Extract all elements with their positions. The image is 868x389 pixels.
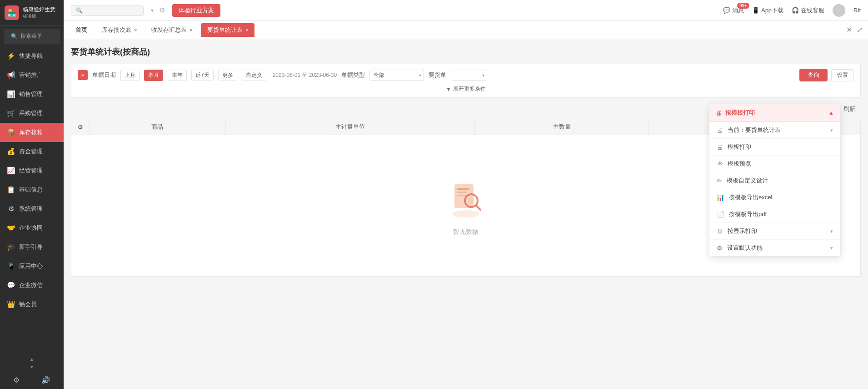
query-button[interactable]: 查询 — [799, 69, 828, 81]
sidebar-item-inventory[interactable]: 📦 库存核算 — [0, 123, 64, 142]
nav-label: 经营管理 — [19, 167, 43, 175]
guide-icon: 🎓 — [6, 242, 15, 252]
page-title: 要货单统计表(按商品) — [71, 46, 861, 57]
date-range-display: 2023-06-01 至 2023-06-30 — [273, 71, 337, 79]
sidebar-item-quick-nav[interactable]: ⚡ 快捷导航 — [0, 46, 64, 66]
user-avatar[interactable] — [833, 4, 845, 17]
tab-label: 库存批次账 — [102, 26, 131, 34]
topbar-search-icon: 🔍 — [76, 7, 83, 14]
topbar-chevron-icon[interactable]: ▾ — [151, 7, 154, 14]
sidebar-item-wechat[interactable]: 💬 企业微信 — [0, 276, 64, 295]
expand-collapse-icon[interactable]: » — [78, 70, 88, 80]
set-default-label: 设置默认功能 — [727, 244, 763, 252]
sidebar-item-app-center[interactable]: 📱 应用中心 — [0, 257, 64, 276]
tab-close-icon[interactable]: × — [134, 27, 137, 33]
display-print-item[interactable]: 🖥 按显示打印 ▾ — [709, 223, 840, 240]
table-settings-header[interactable]: ⚙ — [71, 119, 90, 135]
tab-label: 要货单统计表 — [207, 26, 243, 34]
message-btn[interactable]: 💬 消息 99+ — [723, 6, 744, 15]
nav-label: 企业微信 — [19, 281, 43, 289]
business-icon: 📈 — [6, 166, 15, 175]
goods-select[interactable] — [451, 70, 487, 81]
set-default-sub: 设置默认功能 ▾ — [727, 244, 833, 252]
sidebar-scroll-up[interactable]: ▲ — [28, 356, 36, 362]
window-close-icon[interactable]: ✕ — [846, 25, 852, 34]
template-export-excel-item[interactable]: 📊 按模板导出excel — [709, 189, 840, 206]
app-edition: 标准版 — [23, 13, 55, 20]
date-btn-7days[interactable]: 近7天 — [191, 70, 214, 81]
date-btn-custom[interactable]: 自定义 — [242, 70, 266, 81]
online-service-label: 在线客服 — [801, 6, 824, 15]
sidebar-item-business[interactable]: 📈 经营管理 — [0, 161, 64, 180]
template-preview-icon: 👁 — [717, 160, 723, 167]
sidebar-item-guide[interactable]: 🎓 新手引导 — [0, 237, 64, 257]
template-export-pdf-item[interactable]: 📄 按模板导出pdf — [709, 206, 840, 223]
tab-inventory-batch[interactable]: 库存批次账 × — [95, 23, 143, 37]
template-preview-item[interactable]: 👁 模板预览 — [709, 156, 840, 172]
date-btn-more[interactable]: 更多 — [218, 70, 237, 81]
message-icon: 💬 — [723, 7, 730, 14]
sidebar-item-member[interactable]: 👑 畅会员 — [0, 295, 64, 314]
dropdown-header[interactable]: 🖨 按模板打印 ▲ — [709, 104, 840, 122]
app-name: 畅康通好生意 — [23, 6, 55, 14]
date-btn-this-month[interactable]: 本月 — [144, 70, 163, 81]
settings-icon[interactable]: ⚙ — [13, 376, 20, 384]
svg-rect-3 — [457, 192, 467, 193]
sidebar-item-enterprise[interactable]: 🤝 企业协同 — [0, 218, 64, 237]
empty-text: 暂无数据 — [453, 228, 479, 236]
display-print-label: 按显示打印 — [728, 227, 757, 235]
nav-label: 快捷导航 — [19, 52, 43, 60]
template-print-label: 模板打印 — [728, 143, 751, 151]
display-print-sub: 按显示打印 ▾ — [728, 227, 833, 235]
sidebar-item-purchase[interactable]: 🛒 采购管理 — [0, 104, 64, 123]
sidebar-item-system[interactable]: ⚙ 系统管理 — [0, 199, 64, 218]
template-print-item[interactable]: 🖨 模板打印 — [709, 139, 840, 156]
trial-btn[interactable]: 体验行业方案 — [172, 4, 220, 17]
audio-icon[interactable]: 🔊 — [41, 376, 50, 384]
sidebar-scroll-down[interactable]: ▼ — [28, 364, 36, 370]
app-download-btn[interactable]: 📱 App下载 — [752, 6, 783, 15]
topbar-gear-icon[interactable]: ⚙ — [159, 6, 165, 15]
topbar-search-box[interactable]: 🔍 — [71, 5, 144, 16]
sidebar-search[interactable]: 🔍 搜索菜单 — [4, 29, 60, 44]
tab-close-active-icon[interactable]: × — [245, 27, 248, 33]
excel-icon: 📊 — [717, 194, 724, 201]
online-service-btn[interactable]: 🎧 在线客服 — [792, 6, 824, 15]
sidebar-item-sales[interactable]: 📊 销售管理 — [0, 85, 64, 104]
template-design-item[interactable]: ✏ 模板自定义设计 — [709, 172, 840, 189]
date-btn-last-month[interactable]: 上月 — [120, 70, 140, 81]
set-default-icon: ⚙ — [717, 244, 723, 252]
current-template-item[interactable]: 🖨 当前：要货单统计表 ▾ — [709, 122, 840, 139]
sidebar-item-marketing[interactable]: 📢 营销推广 — [0, 66, 64, 85]
tab-close-icon[interactable]: × — [190, 27, 192, 33]
window-expand-icon[interactable]: ⤢ — [857, 25, 863, 34]
tab-home[interactable]: 首页 — [69, 23, 94, 37]
basic-info-icon: 📋 — [6, 185, 15, 194]
empty-illustration — [443, 175, 489, 221]
nav-label: 应用中心 — [19, 262, 43, 270]
order-type-select[interactable]: 全部 要货单 退货单 — [369, 70, 424, 81]
sidebar-bottom: ⚙ 🔊 — [0, 371, 64, 389]
tab-label: 收发存汇总表 — [151, 26, 187, 34]
table-settings-icon[interactable]: ⚙ — [78, 124, 83, 131]
message-badge: 99+ — [737, 3, 749, 9]
display-print-icon: 🖥 — [717, 227, 723, 235]
current-template-label: 当前：要货单统计表 — [728, 126, 781, 134]
filter-row-1: » 单据日期 上月 本月 本年 近7天 更多 自定义 2023-06-01 至 … — [78, 69, 854, 81]
filter-expand-row: ▼ 展开更多条件 — [78, 85, 854, 93]
date-btn-this-year[interactable]: 本年 — [168, 70, 187, 81]
settings-button[interactable]: 设置 — [831, 69, 854, 81]
sidebar-item-basic-info[interactable]: 📋 基础信息 — [0, 180, 64, 199]
app-download-label: App下载 — [761, 6, 783, 15]
template-design-label: 模板自定义设计 — [727, 177, 768, 185]
sidebar-item-finance[interactable]: 💰 资金管理 — [0, 142, 64, 161]
current-template-sub: 当前：要货单统计表 ▾ — [728, 126, 833, 134]
nav-label: 销售管理 — [19, 90, 43, 98]
tab-collection-report[interactable]: 收发存汇总表 × — [145, 23, 199, 37]
app-center-icon: 📱 — [6, 262, 15, 271]
main-content: 🔍 ▾ ⚙ 体验行业方案 💬 消息 99+ 📱 App下载 🎧 在线客服 Rit — [64, 0, 868, 389]
tab-order-stats[interactable]: 要货单统计表 × — [201, 23, 254, 37]
set-default-item[interactable]: ⚙ 设置默认功能 ▾ — [709, 240, 840, 256]
inventory-icon: 📦 — [6, 128, 15, 137]
expand-more-btn[interactable]: ▼ 展开更多条件 — [446, 85, 486, 93]
